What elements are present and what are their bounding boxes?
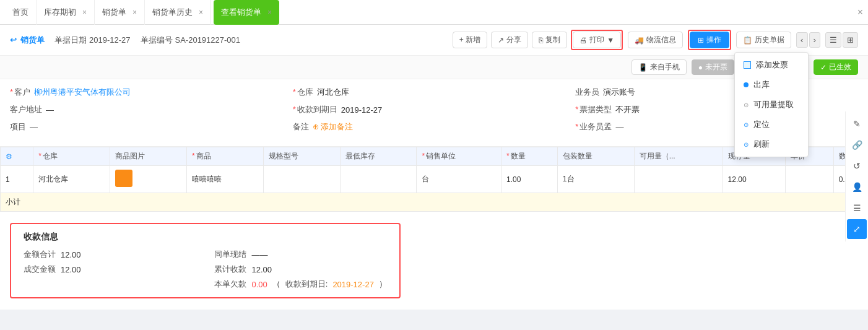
sidebar-rotate-icon[interactable]: ↺	[847, 156, 867, 176]
gear-icon[interactable]: ⚙	[6, 152, 12, 161]
employee-label: 业务员	[575, 87, 599, 98]
history-button[interactable]: 📋 历史单据	[736, 32, 791, 48]
payment-date-label: 收款到期日	[293, 104, 337, 115]
customer-value[interactable]: 柳州粤港平安气体有限公司	[34, 87, 131, 98]
copy-button[interactable]: ⎘ 复制	[532, 32, 567, 48]
share-icon: ↗	[498, 36, 504, 45]
next-button[interactable]: ›	[809, 32, 820, 48]
product-image	[115, 170, 132, 187]
salesperson-value: —	[615, 123, 623, 132]
form-row-2: 客户地址 — 收款到期日 2019-12-27 票据类型 不开票	[10, 104, 858, 115]
locate-label: 定位	[753, 119, 770, 130]
logistics-button[interactable]: 🚚 物流信息	[628, 32, 683, 48]
tab-sales-close[interactable]: ×	[132, 8, 137, 17]
invoice-type-field: 票据类型 不开票	[575, 104, 858, 115]
operations-button[interactable]: ⊞ 操作	[690, 32, 729, 48]
transaction-row: 成交金额 12.00	[24, 264, 196, 275]
tab-inventory-close[interactable]: ×	[82, 8, 87, 17]
dropdown-available-qty[interactable]: ⊙ 可用量提取	[735, 95, 808, 115]
tab-sales[interactable]: 销货单 ×	[95, 0, 145, 25]
tab-view-sales[interactable]: 查看销货单 ×	[214, 0, 279, 25]
add-note-button[interactable]: ⊕ 添加备注	[313, 121, 354, 132]
col-unit: 销售单位	[417, 147, 501, 166]
from-phone-button[interactable]: 📱 来自手机	[631, 59, 687, 75]
view-icons: ☰ ⊞	[825, 32, 858, 48]
share-button[interactable]: ↗ 分享	[491, 32, 528, 48]
operations-highlight-box: ⊞ 操作	[688, 30, 731, 50]
unopened-button[interactable]: ● 未开票	[692, 59, 734, 75]
print-button[interactable]: 🖨 打印 ▼	[573, 32, 621, 48]
from-phone-label: 来自手机	[650, 62, 680, 72]
row-price	[785, 166, 833, 193]
col-spec: 规格型号	[263, 147, 340, 166]
grid-view-icon[interactable]: ⊞	[843, 32, 858, 48]
col-img: 商品图片	[110, 147, 187, 166]
refresh-label: 刷新	[753, 139, 770, 150]
invoice-type-value: 不开票	[615, 104, 640, 115]
toolbar: + 新增 ↗ 分享 ⎘ 复制 🖨 打印 ▼ 🚚	[453, 30, 858, 50]
dropdown-outbound[interactable]: 出库	[735, 75, 808, 95]
payment-section: 收款信息 金额合计 12.00 同单现结 —— 成交金额 12.00 累计收款 …	[0, 212, 868, 310]
tab-history-close[interactable]: ×	[199, 8, 203, 17]
dropdown-add-invoice[interactable]: 添加发票	[735, 55, 808, 75]
operations-dropdown: 添加发票 出库 ⊙ 可用量提取 ⊙ 定位 ⊙ 刷新	[734, 52, 809, 157]
tab-history-label: 销货单历史	[152, 7, 193, 18]
col-product: 商品	[187, 147, 264, 166]
sidebar-edit-icon[interactable]: ✎	[847, 114, 867, 134]
effective-label: 已生效	[829, 62, 851, 72]
col-min-stock: 最低库存	[340, 147, 417, 166]
total-label: 金额合计	[24, 249, 56, 260]
history-icon: 📋	[743, 36, 752, 45]
print-label: 打印	[589, 35, 604, 45]
employee-field: 业务员 演示账号	[575, 87, 858, 98]
new-button[interactable]: + 新增	[453, 32, 487, 48]
doc-title: ↩ 销货单	[10, 35, 45, 46]
same-order-value: ——	[251, 250, 267, 259]
sidebar-list-icon[interactable]: ☰	[847, 198, 867, 218]
tab-sales-label: 销货单	[102, 7, 126, 18]
dropdown-refresh[interactable]: ⊙ 刷新	[735, 134, 808, 154]
warehouse-value: 河北仓库	[317, 87, 349, 98]
row-warehouse: 河北仓库	[33, 166, 110, 193]
form-row-3: 项目 — 备注 ⊕ 添加备注 业务员孟 —	[10, 121, 858, 132]
tab-home[interactable]: 首页	[5, 0, 37, 25]
sidebar-person-icon[interactable]: 👤	[847, 177, 867, 197]
employee-value: 演示账号	[603, 87, 635, 98]
tab-history[interactable]: 销货单历史 ×	[145, 0, 211, 25]
effective-icon: ✓	[820, 63, 827, 72]
tab-view-sales-close[interactable]: ×	[267, 8, 272, 17]
print-icon: 🖨	[579, 36, 587, 45]
copy-icon: ⎘	[539, 36, 543, 45]
address-label: 客户地址	[10, 104, 42, 115]
outbound-icon	[744, 82, 749, 87]
sidebar-link-icon[interactable]: 🔗	[847, 135, 867, 155]
sidebar-expand-icon[interactable]: ⤢	[847, 219, 867, 239]
tab-inventory[interactable]: 库存期初 ×	[37, 0, 95, 25]
plus-icon: ⊕	[313, 122, 319, 131]
list-view-icon[interactable]: ☰	[825, 32, 841, 48]
doc-meta: 单据日期 2019-12-27 单据编号 SA-20191227-001	[54, 35, 240, 46]
arrears-paren-close: ）	[379, 279, 387, 290]
cumulative-label: 累计收款	[214, 264, 246, 275]
note-placeholder: 添加备注	[321, 122, 353, 131]
doc-number-label: 单据编号	[141, 35, 173, 46]
dropdown-locate[interactable]: ⊙ 定位	[735, 115, 808, 134]
doc-type-icon: ↩	[10, 35, 17, 45]
project-field: 项目 —	[10, 121, 293, 132]
main-content: ↩ 销货单 单据日期 2019-12-27 单据编号 SA-20191227-0…	[0, 25, 868, 310]
toolbar-left-actions: + 新增 ↗ 分享 ⎘ 复制 🖨 打印 ▼	[453, 30, 623, 50]
effective-button[interactable]: ✓ 已生效	[814, 59, 858, 75]
prev-button[interactable]: ‹	[796, 32, 807, 48]
tab-inventory-label: 库存期初	[44, 7, 76, 18]
salesperson-label: 业务员孟	[575, 121, 612, 132]
project-value: —	[30, 123, 38, 132]
operations-label: 操作	[706, 35, 721, 45]
logistics-label: 物流信息	[646, 35, 676, 45]
doc-number-value: SA-20191227-001	[175, 35, 241, 45]
window-close-button[interactable]: ×	[857, 7, 863, 18]
right-sidebar: ✎ 🔗 ↺ 👤 ☰ ⤢	[845, 111, 868, 241]
payment-grid: 金额合计 12.00 同单现结 —— 成交金额 12.00 累计收款 12.00	[24, 249, 387, 290]
col-gear: ⚙	[1, 147, 33, 166]
transaction-value: 12.00	[61, 265, 81, 274]
add-invoice-label: 添加发票	[756, 59, 788, 71]
